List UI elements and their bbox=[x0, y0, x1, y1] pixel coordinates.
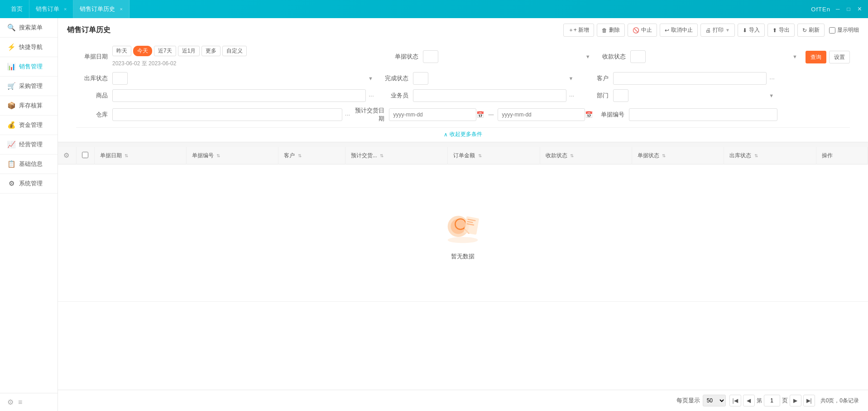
print-button[interactable]: 🖨 打印 ▼ bbox=[700, 24, 735, 37]
warehouse-input[interactable] bbox=[112, 108, 342, 121]
customer-label: 客户 bbox=[577, 74, 613, 82]
order-no-input[interactable] bbox=[629, 108, 777, 121]
delete-icon: 🗑 bbox=[602, 27, 607, 34]
order-no-sort-icon[interactable]: ⇅ bbox=[216, 153, 220, 158]
tab-sales-history[interactable]: 销售订单历史 × bbox=[73, 0, 129, 18]
tab-sales-order[interactable]: 销售订单 × bbox=[29, 0, 73, 18]
cancel-stop-button[interactable]: ↩ 取消中止 bbox=[660, 24, 698, 37]
stop-button[interactable]: 🚫 中止 bbox=[628, 24, 657, 37]
filter-area: 单据日期 昨天 今天 近7天 近1月 更多 自定义 2023-06-02 至 2… bbox=[67, 41, 859, 142]
customer-input[interactable] bbox=[613, 72, 767, 85]
sidebar-item-inventory-check[interactable]: 📦 库存核算 bbox=[0, 96, 58, 116]
empty-cell: 暂无数据 bbox=[58, 164, 868, 302]
delivery-status-sort-icon[interactable]: ⇅ bbox=[754, 153, 758, 158]
sidebar-menu-icon[interactable]: ≡ bbox=[18, 398, 22, 406]
payment-status-sort-icon[interactable]: ⇅ bbox=[570, 153, 574, 158]
prev-page-btn[interactable]: ◀ bbox=[743, 395, 755, 406]
date-yesterday-btn[interactable]: 昨天 bbox=[112, 46, 131, 56]
basic-info-icon: 📋 bbox=[7, 160, 15, 168]
table-col-delivery-date: 预计交货... ⇅ bbox=[345, 147, 448, 164]
total-label: 共0页，0条记录 bbox=[820, 397, 859, 405]
date-more-btn[interactable]: 更多 bbox=[201, 46, 221, 56]
query-button[interactable]: 查询 bbox=[806, 51, 826, 63]
sidebar-basic-info-label: 基础信息 bbox=[19, 160, 43, 168]
next-page-btn[interactable]: ▶ bbox=[790, 395, 801, 406]
customer-dots-icon[interactable]: ··· bbox=[767, 75, 777, 82]
delete-button[interactable]: 🗑 删除 bbox=[597, 24, 625, 37]
close-btn[interactable]: × bbox=[856, 5, 863, 13]
payment-status-select[interactable] bbox=[630, 50, 646, 63]
display-detail-checkbox[interactable]: 显示明细 bbox=[829, 26, 859, 34]
tab-home[interactable]: 首页 bbox=[5, 0, 29, 18]
delivery-date-end-input[interactable] bbox=[498, 108, 585, 121]
dept-select[interactable] bbox=[613, 89, 628, 102]
empty-row: 暂无数据 bbox=[58, 164, 868, 302]
filter-row-1: 单据日期 昨天 今天 近7天 近1月 更多 自定义 2023-06-02 至 2… bbox=[76, 46, 850, 68]
delivery-date-start-input[interactable] bbox=[389, 108, 476, 121]
pagination-controls: |◀ ◀ 第 页 ▶ ▶| 共0页，0条记录 bbox=[729, 395, 859, 406]
dept-chevron-icon: ▼ bbox=[769, 93, 774, 98]
order-status-sort-icon[interactable]: ⇅ bbox=[662, 153, 666, 158]
table-checkbox-col bbox=[76, 147, 94, 164]
filter-customer-col: 客户 ··· bbox=[577, 72, 777, 85]
complete-status-select[interactable] bbox=[413, 72, 428, 85]
goods-input[interactable] bbox=[112, 89, 366, 102]
date-separator: — bbox=[484, 111, 498, 118]
order-status-label: 单据状态 bbox=[387, 53, 423, 61]
salesperson-input[interactable] bbox=[413, 89, 566, 102]
last-page-btn[interactable]: ▶| bbox=[803, 395, 815, 406]
maximize-btn[interactable]: □ bbox=[845, 6, 852, 12]
delivery-date-start-calendar-icon[interactable]: 📅 bbox=[476, 111, 484, 118]
amount-sort-icon[interactable]: ⇅ bbox=[478, 153, 482, 158]
sidebar-settings-icon[interactable]: ⚙ bbox=[7, 398, 14, 406]
delivery-status-select[interactable] bbox=[112, 72, 128, 85]
dept-label: 部门 bbox=[577, 92, 613, 100]
page-input[interactable] bbox=[764, 395, 780, 406]
warehouse-dots-icon[interactable]: ··· bbox=[342, 111, 353, 118]
customer-sort-icon[interactable]: ⇅ bbox=[298, 153, 302, 158]
export-button[interactable]: ⬆ 导出 bbox=[767, 24, 795, 37]
footer: 每页显示 50 10 20 100 |◀ ◀ 第 页 ▶ ▶| 共0页，0条记录 bbox=[58, 390, 868, 411]
page-size-select[interactable]: 50 10 20 100 bbox=[703, 395, 726, 406]
order-no-label: 单据编号 bbox=[593, 111, 629, 119]
sidebar-item-search-menu[interactable]: 🔍 搜索菜单 bbox=[0, 18, 58, 38]
date-1month-btn[interactable]: 近1月 bbox=[178, 46, 200, 56]
sidebar-item-sales-mgmt[interactable]: 📊 销售管理 bbox=[0, 57, 58, 77]
date-custom-btn[interactable]: 自定义 bbox=[222, 46, 247, 56]
filter-dept-col: 部门 ▼ bbox=[577, 89, 777, 102]
import-button[interactable]: ⬇ 导入 bbox=[738, 24, 765, 37]
sidebar-item-ops-mgmt[interactable]: 📈 经营管理 bbox=[0, 135, 58, 155]
date-today-btn[interactable]: 今天 bbox=[133, 46, 152, 56]
new-button[interactable]: ＋ + 新增 bbox=[563, 24, 594, 37]
sidebar-item-capital-mgmt[interactable]: 💰 资金管理 bbox=[0, 116, 58, 135]
collapse-bar[interactable]: ∧ 收起更多条件 bbox=[76, 127, 850, 142]
sidebar-item-quick-nav[interactable]: ⚡ 快捷导航 bbox=[0, 38, 58, 57]
sidebar-item-basic-info[interactable]: 📋 基础信息 bbox=[0, 155, 58, 174]
date-sort-icon[interactable]: ⇅ bbox=[125, 153, 128, 158]
table-col-amount: 订单金额 ⇅ bbox=[448, 147, 540, 164]
order-status-select[interactable] bbox=[423, 50, 438, 63]
refresh-button[interactable]: ↻ 刷新 bbox=[797, 24, 825, 37]
first-page-btn[interactable]: |◀ bbox=[729, 395, 741, 406]
date-7days-btn[interactable]: 近7天 bbox=[154, 46, 176, 56]
delivery-date-end-calendar-icon[interactable]: 📅 bbox=[585, 111, 593, 118]
print-chevron-icon: ▼ bbox=[725, 28, 730, 33]
goods-label: 商品 bbox=[76, 92, 112, 100]
delivery-status-label: 出库状态 bbox=[76, 74, 112, 82]
sidebar-item-sys-mgmt[interactable]: ⚙ 系统管理 bbox=[0, 174, 58, 193]
table-select-all-checkbox[interactable] bbox=[82, 152, 88, 158]
delivery-date-sort-icon[interactable]: ⇅ bbox=[380, 153, 384, 158]
table-body: 暂无数据 bbox=[58, 164, 868, 302]
display-detail-input[interactable] bbox=[829, 27, 835, 34]
salesperson-dots-icon[interactable]: ··· bbox=[566, 92, 577, 99]
tab-sales-history-close[interactable]: × bbox=[120, 6, 122, 12]
settings-btn[interactable]: 设置 bbox=[829, 51, 850, 63]
top-bar: 首页 销售订单 × 销售订单历史 × OfTEn ─ □ × bbox=[0, 0, 868, 18]
sidebar-item-purchase-mgmt[interactable]: 🛒 采购管理 bbox=[0, 77, 58, 96]
sidebar-capital-mgmt-label: 资金管理 bbox=[19, 121, 43, 129]
table-gear-icon[interactable]: ⚙ bbox=[63, 151, 69, 159]
delivery-status-select-wrapper: ▼ bbox=[112, 72, 377, 85]
minimize-btn[interactable]: ─ bbox=[834, 6, 842, 12]
goods-dots-icon[interactable]: ··· bbox=[366, 92, 377, 99]
tab-sales-order-close[interactable]: × bbox=[64, 6, 67, 12]
